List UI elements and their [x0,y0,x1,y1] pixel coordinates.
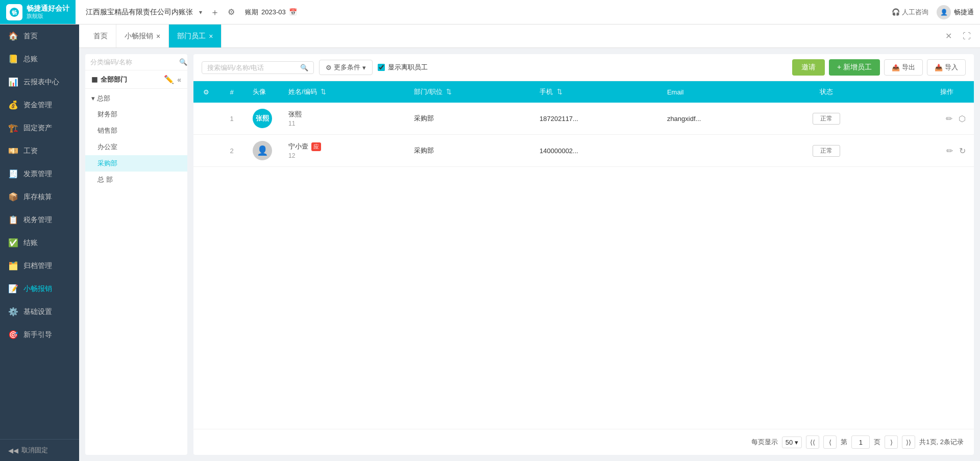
row2-edit-icon[interactable]: ✏ [946,146,953,156]
row1-status: 正常 [775,103,877,135]
page-first-button[interactable]: ⟨⟨ [806,435,819,449]
add-icon[interactable]: ＋ [210,6,219,18]
row1-edit-icon[interactable]: ✏ [946,114,952,124]
toolbar: 🔍 ⚙ 更多条件 ▾ 显示离职员工 邀请 + 新增员工 [193,54,974,81]
col-name[interactable]: 姓名/编码 ⇅ [280,81,406,103]
sidebar-item-tax[interactable]: 📋 税务管理 [0,208,79,231]
sidebar: 🏠 首页 📒 总账 📊 云报表中心 💰 资金管理 🏗️ 固定资产 💴 工资 🧾 … [0,25,79,461]
sidebar-item-archive[interactable]: 🗂️ 归档管理 [0,254,79,277]
logo-sub: 旗舰版 [27,12,69,20]
col-settings[interactable]: ⚙ [193,81,219,103]
sidebar-label-tax: 税务管理 [23,215,52,225]
search-icon: 🔍 [300,64,308,71]
sidebar-item-inventory[interactable]: 📦 库存核算 [0,185,79,208]
sidebar-item-ledger[interactable]: 📒 总账 [0,47,79,70]
tab-close-btn[interactable]: ✕ [941,29,955,43]
tab-dept-staff-label: 部门员工 [177,32,206,41]
import-label: 导入 [945,63,958,72]
export-icon: 📤 [892,64,900,71]
row1-select[interactable] [193,103,219,135]
edit-dept-icon[interactable]: ✏️ [164,75,174,84]
invoice-icon: 🧾 [8,169,18,179]
page-last-button[interactable]: ⟩⟩ [902,435,915,449]
per-page-select[interactable]: 50 ▾ [782,436,802,448]
sidebar-item-settings[interactable]: ⚙️ 基础设置 [0,300,79,323]
row2-tag: 应 [311,142,321,151]
filter-button[interactable]: ⚙ 更多条件 ▾ [319,60,373,75]
calendar-icon[interactable]: 📅 [289,8,297,16]
dropdown-icon[interactable]: ▾ [199,9,202,16]
sidebar-label-reports: 云报表中心 [23,78,59,87]
page-next-button[interactable]: ⟩ [885,435,898,449]
page-prev-button[interactable]: ⟨ [823,435,837,449]
collapse-icon[interactable]: « [177,76,181,84]
tab-dept-staff-close[interactable]: × [209,32,213,40]
ledger-icon: 📒 [8,54,18,64]
right-content: 🔍 ⚙ 更多条件 ▾ 显示离职员工 邀请 + 新增员工 [193,54,974,455]
header-right: 🎧 人工咨询 👤 畅捷通 [892,5,974,19]
tab-expense-close[interactable]: × [156,32,160,40]
row2-dept: 采购部 [406,135,531,167]
show-resigned-checkbox[interactable]: 显示离职员工 [378,63,428,72]
tab-dept-staff[interactable]: 部门员工 × [169,25,222,47]
row2-refresh-icon[interactable]: ↻ [959,146,966,156]
invite-button[interactable]: 邀请 [792,59,825,76]
salary-icon: 💴 [8,146,18,156]
archive-icon: 🗂️ [8,261,18,271]
tree-body: ▾ 总部 财务部 销售部 办公室 采购部 总 部 [85,89,187,455]
filter-label: 更多条件 [334,63,360,72]
col-phone[interactable]: 手机 ⇅ [531,81,659,103]
tree-item-hq[interactable]: 总 部 [85,172,187,188]
sidebar-item-expense[interactable]: 📝 小畅报销 [0,277,79,300]
col-avatar: 头像 [244,81,280,103]
tree-all-dept[interactable]: ▦ 全部部门 ✏️ « [85,70,187,89]
sidebar-item-invoice[interactable]: 🧾 发票管理 [0,162,79,185]
filter-chevron-icon: ▾ [362,64,366,71]
tree-item-sales[interactable]: 销售部 [85,123,187,139]
period-info: 账期 2023-03 📅 [245,8,297,17]
export-button[interactable]: 📤 导出 [884,59,923,76]
row2-phone: 140000002... [531,135,659,167]
sidebar-item-funds[interactable]: 💰 资金管理 [0,93,79,116]
sidebar-item-home[interactable]: 🏠 首页 [0,25,79,47]
sidebar-item-reports[interactable]: 📊 云报表中心 [0,70,79,93]
toolbar-right: 邀请 + 新增员工 📤 导出 📥 导入 [792,59,966,76]
search-input[interactable] [207,64,297,71]
sidebar-label-home: 首页 [23,32,38,41]
logo-icon: 畅 [6,4,22,20]
settings-icon[interactable]: ⚙ [228,7,235,17]
export-label: 导出 [902,63,915,72]
sidebar-item-closing[interactable]: ✅ 结账 [0,231,79,254]
page-text: 第 [841,438,847,447]
show-resigned-input[interactable] [378,64,385,71]
closing-icon: ✅ [8,238,18,248]
tree-item-purchase[interactable]: 采购部 [85,155,187,172]
tree-search-input[interactable] [90,58,176,66]
tab-home[interactable]: 首页 [85,25,116,47]
tab-expense[interactable]: 小畅报销 × [116,25,169,47]
add-employee-button[interactable]: + 新增员工 [829,59,880,76]
service-button[interactable]: 🎧 人工咨询 [892,8,928,17]
row1-name: 张熙 [288,110,302,119]
sidebar-item-fixed-assets[interactable]: 🏗️ 固定资产 [0,116,79,139]
row2-index: 2 [219,135,244,167]
row1-logout-icon[interactable]: ⬡ [959,114,966,124]
tree-item-office[interactable]: 办公室 [85,139,187,155]
funds-icon: 💰 [8,100,18,110]
row2-select[interactable] [193,135,219,167]
import-button[interactable]: 📥 导入 [927,59,966,76]
all-dept-label: 全部部门 [101,75,127,84]
tabs-bar: 首页 小畅报销 × 部门员工 × ✕ ⛶ [79,25,980,48]
sidebar-item-guide[interactable]: 🎯 新手引导 [0,323,79,346]
col-dept[interactable]: 部门/职位 ⇅ [406,81,531,103]
page-input[interactable] [851,435,870,449]
sidebar-label-fixed-assets: 固定资产 [23,124,52,133]
tree-item-finance[interactable]: 财务部 [85,106,187,123]
tab-expand-btn[interactable]: ⛶ [960,29,974,43]
row2-avatar: 👤 [244,135,280,167]
row2-email [659,135,775,167]
cancel-pin-button[interactable]: ◀◀ 取消固定 [0,439,79,461]
reports-icon: 📊 [8,77,18,87]
sidebar-item-salary[interactable]: 💴 工资 [0,139,79,162]
user-menu[interactable]: 👤 畅捷通 [937,5,974,19]
